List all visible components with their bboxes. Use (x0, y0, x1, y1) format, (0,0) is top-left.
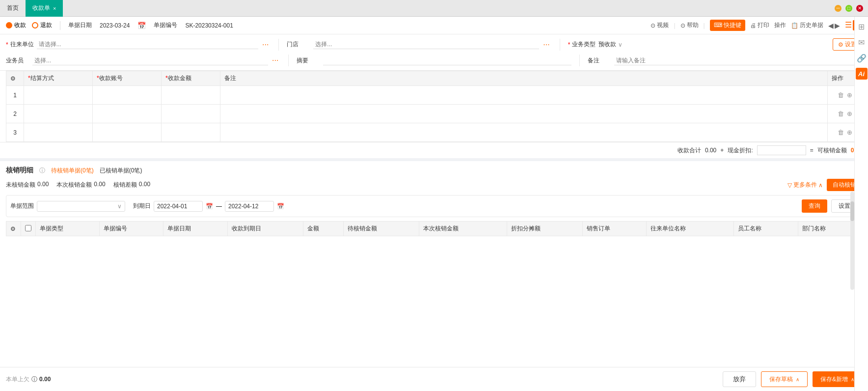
row-2-remark[interactable] (220, 105, 828, 123)
wo-col-date-header: 单据日期 (163, 222, 227, 236)
row-2-method[interactable] (24, 105, 93, 123)
tab-receipt[interactable]: 收款单 × (26, 0, 63, 17)
total-label: 收款合计 (678, 146, 701, 155)
col-method-header: *结算方式 (24, 71, 93, 86)
list-view-icon[interactable]: ☰ (845, 20, 852, 30)
maximize-button[interactable]: □ (845, 5, 852, 12)
current-writeoff-stat: 本次核销金额 0.00 (56, 181, 105, 189)
tab-close-icon[interactable]: × (53, 5, 56, 11)
wo-col-sales-header: 销售订单 (582, 222, 646, 236)
row-3-delete-icon[interactable]: 🗑 (838, 129, 844, 136)
uncanceled-stat: 未核销金额 0.00 (6, 181, 49, 189)
counterpart-more-icon[interactable]: ··· (260, 40, 271, 49)
draft-arrow-icon: ∧ (796, 377, 799, 382)
close-button[interactable]: ✕ (856, 5, 863, 12)
date-to-input[interactable] (225, 201, 274, 212)
discount-label: 现金折扣: (728, 146, 753, 155)
form-row-1: * 往来单位 ··· 门店 ··· * 业务类型 预收款 ∨ ⚙ (6, 38, 862, 51)
row-3-copy-icon[interactable]: ⊕ (847, 129, 852, 136)
video-btn[interactable]: ⊙ 视频 (651, 21, 669, 29)
shortcut-icon: ⌨ (714, 22, 722, 28)
row-2-account[interactable] (93, 105, 162, 123)
form-divider-4 (579, 55, 580, 66)
range-label: 单据范围 (10, 202, 34, 210)
setting-icon: ⚙ (838, 41, 843, 48)
staff-input[interactable] (32, 56, 268, 65)
history-btn[interactable]: 📋 历史单据 (791, 21, 823, 29)
store-input[interactable] (313, 40, 539, 49)
row-1-copy-icon[interactable]: ⊕ (847, 91, 852, 99)
help-btn[interactable]: ⊙ 帮助 (680, 21, 699, 29)
row-3-amount[interactable] (162, 123, 220, 142)
sidebar-ai-icon[interactable]: Ai (856, 68, 868, 80)
sidebar-table-icon[interactable]: ⊞ (856, 21, 868, 32)
draft-button[interactable]: 保存草稿 ∧ (761, 371, 808, 387)
sidebar-mail-icon[interactable]: ✉ (856, 36, 868, 48)
radio-receipt[interactable]: 收款 (6, 21, 26, 29)
tab-receipt-label: 收款单 (32, 4, 50, 12)
number-value: SK-20230324-001 (185, 22, 233, 29)
store-more-icon[interactable]: ··· (541, 40, 551, 49)
next-arrow[interactable]: ▶ (835, 22, 840, 29)
row-3-account[interactable] (93, 123, 162, 142)
abandon-button[interactable]: 放弃 (723, 371, 756, 387)
video-icon: ⊙ (651, 22, 655, 29)
form-row-2: 业务员 ··· 摘要 备注 (6, 55, 862, 66)
range-select[interactable]: ∨ (37, 201, 125, 212)
date-from-input[interactable] (154, 201, 203, 212)
row-1-delete-icon[interactable]: 🗑 (838, 91, 844, 99)
wo-col-customer-header: 往来单位名称 (647, 222, 734, 236)
writeoff-info-icon[interactable]: ⓘ (39, 167, 45, 175)
receipt-type-group: 收款 退款 (6, 21, 52, 29)
col-settings-header[interactable]: ⚙ (6, 71, 24, 86)
radio-refund[interactable]: 退款 (32, 21, 52, 29)
remark-input[interactable] (614, 56, 862, 65)
print-btn[interactable]: 🖨 打印 (750, 21, 769, 29)
range-dropdown-icon: ∨ (117, 203, 122, 210)
toolbar-right: ⊙ 视频 | ⊙ 帮助 | ⌨ 快捷键 🖨 打印 操作 📋 历史单据 (651, 20, 862, 31)
payment-table: ⚙ *结算方式 *收款账号 *收款金额 备注 操作 (6, 71, 862, 142)
wo-col-number-header: 单据编号 (100, 222, 163, 236)
settings-icon[interactable]: ⚙ (10, 225, 16, 232)
history-icon: 📋 (791, 22, 798, 29)
scroll-thumb[interactable] (850, 201, 854, 221)
prev-arrow[interactable]: ◀ (828, 22, 834, 29)
table-row: 2 🗑 ⊕ (6, 105, 862, 123)
query-button[interactable]: 查询 (802, 199, 827, 213)
row-1-amount[interactable] (162, 86, 220, 105)
pending-writeoff-link[interactable]: 待核销单据(0笔) (51, 167, 94, 175)
date-calendar-icon[interactable]: 📅 (137, 22, 146, 29)
summary-input[interactable] (323, 56, 571, 65)
counterpart-input[interactable] (37, 40, 258, 49)
row-2-amount[interactable] (162, 105, 220, 123)
date-range-separator: — (216, 203, 222, 210)
operation-btn[interactable]: 操作 (774, 21, 786, 29)
sidebar-attach-icon[interactable]: 🔗 (856, 52, 868, 64)
store-label: 门店 (287, 40, 311, 49)
col-amount-header: *收款金额 (162, 71, 220, 86)
wo-col-amount-header: 金额 (303, 222, 343, 236)
wo-col-pending-header: 待核销金额 (344, 222, 419, 236)
form-divider-3 (288, 55, 289, 66)
date-to-calendar-icon[interactable]: 📅 (277, 203, 284, 210)
done-writeoff-link[interactable]: 已核销单据(0笔) (100, 167, 142, 175)
date-from-calendar-icon[interactable]: 📅 (206, 203, 213, 210)
more-conditions-btn[interactable]: ▽ 更多条件 ∧ (787, 181, 823, 189)
row-1-account[interactable] (93, 86, 162, 105)
row-2-copy-icon[interactable]: ⊕ (847, 110, 852, 117)
minimize-button[interactable]: ─ (835, 5, 841, 12)
staff-more-icon[interactable]: ··· (270, 56, 280, 65)
date-value: 2023-03-24 (100, 22, 130, 29)
shortcut-btn[interactable]: ⌨ 快捷键 (710, 20, 745, 31)
row-1-method[interactable] (24, 86, 93, 105)
select-all-checkbox[interactable] (25, 225, 31, 231)
row-3-method[interactable] (24, 123, 93, 142)
row-1-remark[interactable] (220, 86, 828, 105)
date-range-filter: 到期日 📅 — 📅 (133, 201, 284, 212)
discount-input[interactable] (757, 145, 806, 155)
row-2-delete-icon[interactable]: 🗑 (838, 110, 844, 117)
remark-field: 备注 (588, 56, 862, 65)
tab-home[interactable]: 首页 (0, 0, 26, 17)
row-3-remark[interactable] (220, 123, 828, 142)
business-type-dropdown-icon[interactable]: ∨ (618, 41, 623, 48)
